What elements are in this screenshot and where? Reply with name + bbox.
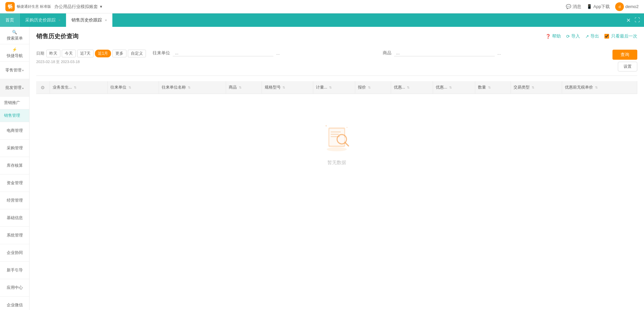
supplier-label: 往来单位 xyxy=(153,50,170,56)
sort-arrows-discount1: ⇅ xyxy=(407,86,410,89)
message-button[interactable]: 💬 消息 xyxy=(566,4,581,10)
tab-maximize-button[interactable]: ⛶ xyxy=(635,17,640,23)
tab-sales-history[interactable]: 销售历史价跟踪 × xyxy=(66,13,112,27)
table-header-row: ⚙ 业务发生... ⇅ 往来单位 ⇅ 往来单位名称 xyxy=(36,81,637,94)
sidebar-item-app-center[interactable]: 应用中心 xyxy=(0,279,29,297)
logo-area[interactable]: 畅 畅捷通好生意 标准版 xyxy=(5,2,51,11)
date-btn-yesterday[interactable]: 昨天 xyxy=(46,50,60,57)
svg-point-7 xyxy=(338,136,345,143)
sidebar-item-label: 搜索菜单 xyxy=(7,36,23,41)
sidebar-item-search-menu[interactable]: 🔍 搜索菜单 xyxy=(0,27,29,44)
tab-sales-history-label: 销售历史价跟踪 xyxy=(71,17,102,23)
col-price-no-tax[interactable]: 优惠前无税单价 ⇅ xyxy=(562,81,637,94)
sidebar-item-purchase-mgmt[interactable]: 采购管理 xyxy=(0,140,29,157)
sidebar-item-wholesale-mgmt[interactable]: 批发管理 ▴ xyxy=(0,79,29,97)
col-partner-name[interactable]: 往来单位名称 ⇅ xyxy=(159,81,226,94)
top-header: 畅 畅捷通好生意 标准版 办公用品行业模拟账套 ▾ 💬 消息 📱 App下载 d… xyxy=(0,0,644,13)
sidebar-item-sales-mgmt[interactable]: 销售管理 xyxy=(0,109,29,122)
col-trade-type[interactable]: 交易类型 ⇅ xyxy=(511,81,562,94)
svg-line-8 xyxy=(345,143,348,146)
product-filter-row: 商品 ... xyxy=(383,50,606,56)
col-discount1[interactable]: 优惠... ⇅ xyxy=(391,81,433,94)
sidebar-item-label: 营销推广 xyxy=(4,100,20,105)
breadcrumb-dropdown-icon[interactable]: ▾ xyxy=(100,4,102,9)
sidebar-item-ecommerce[interactable]: 电商管理 xyxy=(0,122,29,140)
query-button[interactable]: 查询 xyxy=(612,50,637,60)
sort-arrows-price-no-tax: ⇅ xyxy=(595,86,598,89)
sidebar-item-label: 快捷导航 xyxy=(7,53,23,59)
col-product-label: 商品 xyxy=(229,85,237,90)
tab-purchase-history-label: 采购历史价跟踪 xyxy=(25,17,56,23)
empty-text: 暂无数据 xyxy=(327,160,346,166)
sidebar-item-basic-info[interactable]: 基础信息 xyxy=(0,209,29,227)
sidebar-item-new-guide[interactable]: 新手引导 xyxy=(0,262,29,279)
search-menu-icon: 🔍 xyxy=(12,30,17,35)
tab-bar-actions: ✕ ⛶ xyxy=(622,13,644,27)
main-layout: 🔍 搜索菜单 ⚡ 快捷导航 零售管理 ▾ 批发管理 ▴ 营销推广 销售管理 电商… xyxy=(0,27,644,310)
help-button[interactable]: ❓ 帮助 xyxy=(545,33,561,39)
tab-purchase-history-close[interactable]: × xyxy=(58,18,60,22)
table-header: ⚙ 业务发生... ⇅ 往来单位 ⇅ 往来单位名称 xyxy=(36,81,637,94)
sidebar-item-system[interactable]: 系统管理 xyxy=(0,227,29,244)
export-button[interactable]: ↗ 导出 xyxy=(585,33,599,39)
date-btn-custom[interactable]: 自定义 xyxy=(128,50,146,57)
sidebar-item-label: 新手引导 xyxy=(7,267,23,273)
content-area: 销售历史价查询 ❓ 帮助 ⟳ 导入 ↗ 导出 xyxy=(30,27,644,310)
settings-button[interactable]: 设置 xyxy=(618,62,637,71)
sidebar-item-marketing[interactable]: 营销推广 xyxy=(0,97,29,109)
col-product[interactable]: 商品 ⇅ xyxy=(226,81,262,94)
col-qty[interactable]: 数量 ⇅ xyxy=(475,81,511,94)
sidebar-item-inventory[interactable]: 库存核算 xyxy=(0,157,29,174)
product-input[interactable] xyxy=(394,50,495,56)
date-btn-last7[interactable]: 近7天 xyxy=(77,50,94,57)
sidebar-item-enterprise-collab[interactable]: 企业协同 xyxy=(0,244,29,262)
breadcrumb-text: 办公用品行业模拟账套 xyxy=(54,4,98,10)
col-settings[interactable]: ⚙ xyxy=(36,81,50,94)
import-label: 导入 xyxy=(571,33,580,39)
app-download-button[interactable]: 📱 App下载 xyxy=(587,4,610,10)
sidebar-item-finance[interactable]: 资金管理 xyxy=(0,174,29,192)
sidebar-item-label: 库存核算 xyxy=(7,163,23,168)
date-btn-last1m[interactable]: 近1月 xyxy=(95,50,111,57)
col-unit[interactable]: 计量... ⇅ xyxy=(313,81,355,94)
sidebar-item-label: 电商管理 xyxy=(7,128,23,134)
tab-sales-history-close[interactable]: × xyxy=(105,18,107,22)
retail-mgmt-arrow: ▾ xyxy=(22,69,24,72)
sidebar-item-enterprise-wechat[interactable]: 企业微信 xyxy=(0,297,29,310)
tab-home[interactable]: 首页 xyxy=(0,13,20,27)
date-filter-label: 日期 xyxy=(36,51,44,56)
col-quote[interactable]: 报价 ⇅ xyxy=(355,81,391,94)
col-partner-code[interactable]: 往来单位 ⇅ xyxy=(108,81,159,94)
sidebar-item-label: 系统管理 xyxy=(7,232,23,238)
empty-svg: ✦ ✦ xyxy=(320,121,354,154)
logo-icon: 畅 xyxy=(5,2,15,11)
sidebar-item-operations[interactable]: 经营管理 xyxy=(0,192,29,209)
col-unit-label: 计量... xyxy=(316,85,327,90)
sidebar-item-label: 批发管理 xyxy=(5,85,21,91)
tab-purchase-history[interactable]: 采购历史价跟踪 × xyxy=(20,13,66,27)
help-icon: ❓ xyxy=(545,34,551,39)
import-button[interactable]: ⟳ 导入 xyxy=(566,33,580,39)
col-discount2-label: 优惠... xyxy=(436,85,447,90)
col-spec[interactable]: 规格型号 ⇅ xyxy=(262,81,313,94)
only-last-once-checkbox[interactable] xyxy=(604,34,609,39)
only-last-once-area: 只看最后一次 xyxy=(604,33,637,39)
date-range-text: 2023-02-18 至 2023-03-18 xyxy=(36,59,146,64)
sidebar-item-label: 应用中心 xyxy=(7,285,23,291)
sidebar-item-retail-mgmt[interactable]: 零售管理 ▾ xyxy=(0,62,29,79)
tab-close-all-button[interactable]: ✕ xyxy=(626,17,631,23)
svg-rect-3 xyxy=(331,132,341,133)
col-biz-date[interactable]: 业务发生... ⇅ xyxy=(50,81,108,94)
product-filter-group: 商品 ... xyxy=(383,50,606,56)
supplier-input[interactable] xyxy=(173,50,273,56)
user-profile[interactable]: d demo2 xyxy=(615,2,639,11)
date-btn-today[interactable]: 今天 xyxy=(62,50,76,57)
breadcrumb: 办公用品行业模拟账套 ▾ xyxy=(54,4,102,10)
date-btn-more[interactable]: 更多 xyxy=(112,50,126,57)
col-spec-label: 规格型号 xyxy=(265,85,281,90)
col-discount2[interactable]: 优惠... ⇅ xyxy=(433,81,475,94)
sidebar-item-quick-nav[interactable]: ⚡ 快捷导航 xyxy=(0,44,29,62)
col-discount1-label: 优惠... xyxy=(394,85,405,90)
data-table: ⚙ 业务发生... ⇅ 往来单位 ⇅ 往来单位名称 xyxy=(36,81,637,94)
app-download-icon: 📱 xyxy=(587,4,592,9)
